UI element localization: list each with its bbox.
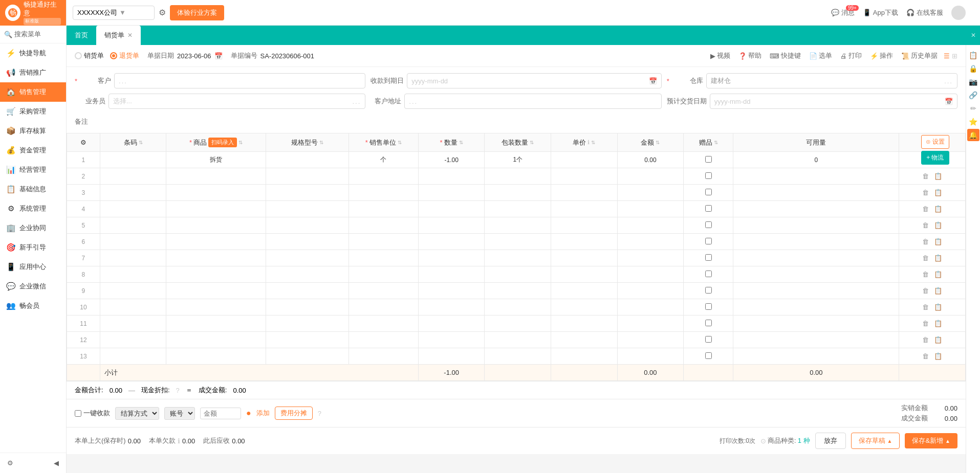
gift-checkbox[interactable] bbox=[705, 336, 712, 343]
sidebar-item-quick-nav[interactable]: ⚡ 快捷导航 bbox=[0, 43, 66, 63]
sidebar-item-basic[interactable]: 📋 基础信息 bbox=[0, 179, 66, 199]
gift-checkbox[interactable] bbox=[705, 238, 712, 244]
sidebar-item-guide[interactable]: 🎯 新手引导 bbox=[0, 238, 66, 257]
price-sort[interactable]: ⇅ bbox=[591, 140, 595, 145]
gift-checkbox[interactable] bbox=[705, 320, 712, 326]
discount-help[interactable]: ? bbox=[176, 387, 180, 394]
delete-row-icon[interactable]: 🗑 bbox=[922, 336, 929, 344]
right-panel-btn-5[interactable]: ✏ bbox=[967, 102, 979, 115]
row-gift[interactable] bbox=[684, 299, 733, 316]
delete-row-icon[interactable]: 🗑 bbox=[922, 221, 929, 229]
gift-checkbox[interactable] bbox=[705, 271, 712, 277]
row-gift[interactable] bbox=[684, 185, 733, 201]
warehouse-input[interactable]: 建材仓 ... bbox=[706, 73, 957, 88]
row-spec[interactable] bbox=[266, 217, 349, 234]
row-qty[interactable] bbox=[418, 217, 485, 234]
row-product[interactable] bbox=[166, 168, 266, 185]
sidebar-item-purchase[interactable]: 🛒 采购管理 bbox=[0, 102, 66, 121]
row-barcode[interactable] bbox=[100, 185, 166, 201]
radio-return-order[interactable]: 退货单 bbox=[110, 51, 139, 60]
calc-method-select[interactable]: 结算方式 bbox=[115, 407, 159, 420]
copy-row-icon[interactable]: 📋 bbox=[934, 238, 942, 245]
row-qty[interactable] bbox=[418, 168, 485, 185]
row-unit[interactable] bbox=[349, 299, 418, 316]
row-product[interactable] bbox=[166, 201, 266, 217]
row-product[interactable] bbox=[166, 316, 266, 332]
right-panel-btn-2[interactable]: 🔒 bbox=[967, 62, 979, 75]
row-spec[interactable] bbox=[266, 316, 349, 332]
row-product[interactable] bbox=[166, 283, 266, 299]
row-pkg-qty[interactable] bbox=[485, 168, 551, 185]
delete-row-icon[interactable]: 🗑 bbox=[922, 271, 929, 278]
account-select[interactable]: 账号 bbox=[164, 407, 195, 420]
qty-sort[interactable]: ⇅ bbox=[459, 140, 463, 145]
row-price[interactable] bbox=[551, 266, 618, 283]
row-price[interactable] bbox=[551, 316, 618, 332]
sidebar-item-sales[interactable]: 🏠 销售管理 bbox=[0, 82, 66, 102]
right-panel-btn-3[interactable]: 📷 bbox=[967, 76, 979, 88]
row-price[interactable] bbox=[551, 299, 618, 316]
row-product[interactable] bbox=[166, 299, 266, 316]
radio-sales-order[interactable]: 销货单 bbox=[75, 51, 104, 60]
copy-row-icon[interactable]: 📋 bbox=[934, 336, 942, 344]
delete-row-icon[interactable]: 🗑 bbox=[922, 303, 929, 311]
delete-row-icon[interactable]: 🗑 bbox=[922, 352, 929, 360]
row-spec[interactable] bbox=[266, 201, 349, 217]
settings-action-btn[interactable]: ⊙ 设置 bbox=[921, 135, 949, 149]
row-product[interactable] bbox=[166, 234, 266, 250]
row-barcode[interactable] bbox=[100, 266, 166, 283]
scan-btn[interactable]: 扫码录入 bbox=[208, 138, 237, 147]
row-product[interactable] bbox=[166, 185, 266, 201]
customer-address-input[interactable]: ... bbox=[404, 94, 661, 109]
row-qty[interactable] bbox=[418, 348, 485, 365]
row-unit[interactable] bbox=[349, 168, 418, 185]
row-pkg-qty[interactable]: 1个 bbox=[485, 152, 551, 168]
amount-sort[interactable]: ⇅ bbox=[656, 140, 660, 145]
row-amount[interactable] bbox=[617, 185, 684, 201]
row-price[interactable] bbox=[551, 348, 618, 365]
trial-btn[interactable]: 体验行业方案 bbox=[170, 5, 224, 20]
row-pkg-qty[interactable] bbox=[485, 316, 551, 332]
right-panel-btn-7[interactable]: 🔔 bbox=[967, 129, 979, 141]
gift-checkbox[interactable] bbox=[705, 352, 712, 359]
grid-view-btn[interactable]: ⊞ bbox=[952, 52, 957, 60]
expense-split-btn[interactable]: 费用分摊 bbox=[275, 407, 313, 420]
gift-checkbox[interactable] bbox=[705, 205, 712, 212]
copy-row-icon[interactable]: 📋 bbox=[934, 352, 942, 360]
row-unit[interactable]: 个 bbox=[349, 152, 418, 168]
row-price[interactable] bbox=[551, 152, 618, 168]
row-gift[interactable] bbox=[684, 168, 733, 185]
row-pkg-qty[interactable] bbox=[485, 348, 551, 365]
copy-row-icon[interactable]: 📋 bbox=[934, 320, 942, 327]
toolbar-help-btn[interactable]: ❓ 帮助 bbox=[736, 50, 764, 61]
payment-amount-input[interactable] bbox=[200, 408, 241, 419]
row-pkg-qty[interactable] bbox=[485, 250, 551, 266]
row-gift[interactable] bbox=[684, 152, 733, 168]
remark-input[interactable] bbox=[91, 115, 957, 128]
right-panel-btn-6[interactable]: ⭐ bbox=[967, 116, 979, 128]
row-barcode[interactable] bbox=[100, 168, 166, 185]
gift-checkbox[interactable] bbox=[705, 287, 712, 294]
product-sort[interactable]: ⇅ bbox=[238, 140, 243, 145]
app-download-btn[interactable]: 📱 App下载 bbox=[863, 8, 898, 17]
row-pkg-qty[interactable] bbox=[485, 185, 551, 201]
row-gift[interactable] bbox=[684, 201, 733, 217]
th-settings[interactable]: ⚙ bbox=[67, 133, 100, 152]
abandon-btn[interactable]: 放弃 bbox=[815, 433, 846, 449]
row-price[interactable] bbox=[551, 283, 618, 299]
delete-row-icon[interactable]: 🗑 bbox=[922, 254, 929, 262]
unit-sort[interactable]: ⇅ bbox=[398, 140, 402, 145]
delete-row-icon[interactable]: 🗑 bbox=[922, 320, 929, 327]
row-qty[interactable] bbox=[418, 201, 485, 217]
spec-sort[interactable]: ⇅ bbox=[319, 140, 323, 145]
payment-due-input[interactable]: yyyy-mm-dd 📅 bbox=[407, 73, 661, 88]
row-spec[interactable] bbox=[266, 234, 349, 250]
row-pkg-qty[interactable] bbox=[485, 283, 551, 299]
row-gift[interactable] bbox=[684, 234, 733, 250]
delete-row-icon[interactable]: 🗑 bbox=[922, 172, 929, 180]
row-spec[interactable] bbox=[266, 185, 349, 201]
delete-row-icon[interactable]: 🗑 bbox=[922, 238, 929, 245]
row-unit[interactable] bbox=[349, 234, 418, 250]
copy-row-icon[interactable]: 📋 bbox=[934, 172, 942, 180]
sidebar-item-marketing[interactable]: 📢 营销推广 bbox=[0, 63, 66, 82]
